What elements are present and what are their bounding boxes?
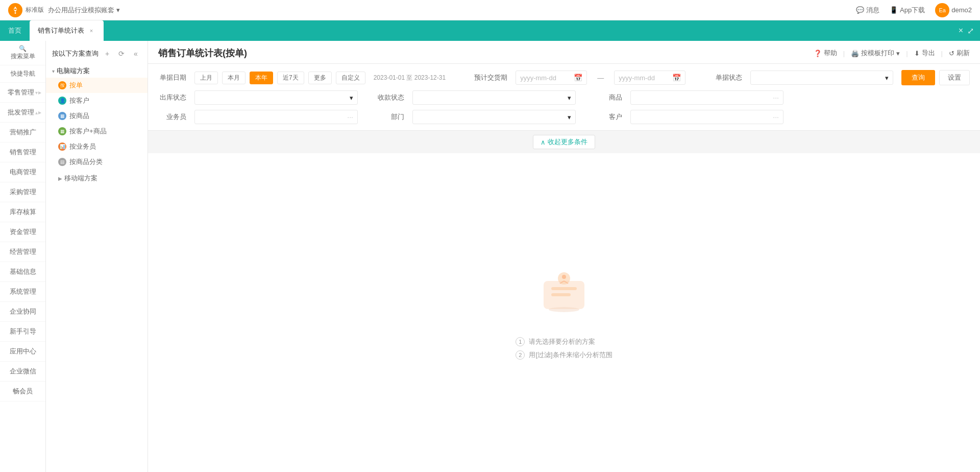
sidebar-item-purchase[interactable]: 采购管理 [0, 182, 45, 202]
refresh-scheme-button[interactable]: ⟳ [116, 48, 127, 59]
scheme-group-label: 电脑端方案 [57, 66, 90, 76]
sidebar-item-guide[interactable]: 新手引导 [0, 322, 45, 342]
scheme-item-customer-goods-icon: ▦ [58, 127, 66, 135]
date-btn-custom[interactable]: 自定义 [336, 72, 365, 84]
topbar-right: 💬 消息 📱 App下载 Ea demo2 [856, 3, 972, 17]
sidebar-item-app[interactable]: 应用中心 [0, 342, 45, 362]
status-select[interactable]: ▾ [750, 70, 893, 85]
sidebar-item-system[interactable]: 系统管理 [0, 282, 45, 302]
scheme-group-desktop: ▾ 电脑端方案 按 按单 👤 按客户 ▦ 按商品 ▦ 按客户+商品 [46, 64, 148, 170]
department-select[interactable]: ▾ [412, 110, 576, 124]
print-button[interactable]: 🖨️ 按模板打印 ▾ [851, 49, 900, 58]
sidebar-item-retail[interactable]: 零售管理 ▾ [0, 83, 45, 103]
collapse-bar: ∧ 收起更多条件 [148, 131, 980, 153]
tabbar: 首页 销售订单统计表 × × ⤢ [0, 20, 980, 41]
business-select[interactable]: ··· [194, 110, 358, 124]
out-status-label: 出库状态 [158, 93, 186, 102]
date-btn-this-year[interactable]: 本年 [250, 72, 273, 84]
goods-select[interactable]: ··· [630, 90, 783, 105]
out-status-select[interactable]: ▾ [194, 90, 358, 105]
date-btn-7days[interactable]: 近7天 [277, 72, 304, 84]
empty-step-2: 2 用[过滤]条件来缩小分析范围 [516, 350, 612, 360]
scheme-item-by-order[interactable]: 按 按单 [46, 78, 148, 93]
department-arrow-icon: ▾ [568, 113, 571, 121]
date-range-text: 2023-01-01 至 2023-12-31 [374, 74, 446, 82]
page-actions: ❓ 帮助 | 🖨️ 按模板打印 ▾ | ⬇ 导出 | [814, 49, 970, 58]
message-label: 消息 [866, 6, 879, 15]
help-button[interactable]: ❓ 帮助 [814, 49, 837, 58]
print-arrow-icon: ▾ [896, 50, 900, 57]
query-button[interactable]: 查询 [901, 70, 935, 85]
empty-icon [533, 266, 595, 327]
sidebar-item-inventory[interactable]: 库存核算 [0, 202, 45, 222]
sidebar-item-enterprise[interactable]: 企业协同 [0, 302, 45, 322]
export-button[interactable]: ⬇ 导出 [914, 49, 935, 58]
expected-date-start[interactable]: yyyy-mm-dd 📅 [516, 70, 587, 85]
search-label: 搜索菜单 [0, 52, 45, 61]
sidebar-item-wholesale[interactable]: 批发管理 ▴ [0, 103, 45, 123]
scheme-item-customer-goods-label: 按客户+商品 [69, 127, 107, 136]
sidebar-item-quick-nav[interactable]: 快捷导航 [0, 65, 45, 83]
tab-home[interactable]: 首页 [0, 20, 30, 41]
tab-close-icon[interactable]: × [87, 27, 95, 35]
status-arrow-icon: ▾ [885, 74, 889, 82]
collapse-panel-button[interactable]: « [130, 48, 141, 59]
scheme-item-by-customer[interactable]: 👤 按客户 [46, 93, 148, 108]
sidebar-item-ecommerce[interactable]: 电商管理 [0, 162, 45, 182]
message-button[interactable]: 💬 消息 [856, 6, 879, 15]
scheme-item-by-goods[interactable]: ▦ 按商品 [46, 108, 148, 124]
maximize-button[interactable]: ⤢ [967, 26, 974, 36]
app-download-button[interactable]: 📱 App下载 [890, 6, 925, 15]
close-all-button[interactable]: × [959, 26, 963, 35]
mobile-group-label: 移动端方案 [64, 174, 97, 183]
expected-date-label: 预计交货期 [474, 73, 507, 82]
sidebar-item-sales[interactable]: 销售管理 [0, 143, 45, 162]
date-btn-this-month[interactable]: 本月 [222, 72, 246, 84]
sidebar-item-basic-info[interactable]: 基础信息 [0, 262, 45, 282]
scheme-item-by-customer-goods[interactable]: ▦ 按客户+商品 [46, 124, 148, 139]
company-selector[interactable]: 办公用品行业模拟账套 ▾ [48, 6, 120, 15]
customer-select[interactable]: ··· [630, 110, 783, 124]
tab-sales-order[interactable]: 销售订单统计表 × [30, 20, 104, 41]
sidebar-item-finance[interactable]: 资金管理 [0, 222, 45, 242]
sidebar-item-search[interactable]: 🔍 搜索菜单 [0, 41, 45, 65]
date-label: 单据日期 [158, 73, 186, 82]
sidebar-item-member[interactable]: 畅会员 [0, 382, 45, 402]
settings-button[interactable]: 设置 [939, 70, 970, 85]
scheme-item-by-staff[interactable]: 📊 按业务员 [46, 139, 148, 154]
sidebar-item-wechat[interactable]: 企业微信 [0, 362, 45, 382]
sidebar-item-management[interactable]: 经营管理 [0, 242, 45, 262]
scheme-group-mobile: ▶ 移动端方案 [46, 170, 148, 187]
export-label: 导出 [922, 49, 935, 58]
app-download-label: App下载 [900, 6, 925, 15]
user-profile[interactable]: Ea demo2 [935, 3, 972, 17]
add-scheme-button[interactable]: + [102, 48, 113, 59]
page-header: 销售订单统计表(按单) ❓ 帮助 | 🖨️ 按模板打印 ▾ | ⬇ [148, 41, 980, 64]
scheme-item-by-category[interactable]: ▤ 按商品分类 [46, 154, 148, 170]
topbar: 标准版 办公用品行业模拟账套 ▾ 💬 消息 📱 App下载 Ea demo2 [0, 0, 980, 20]
refresh-button[interactable]: ↺ 刷新 [949, 49, 970, 58]
business-more-icon: ··· [347, 113, 353, 121]
date-btn-more[interactable]: 更多 [308, 72, 332, 84]
step-2-text: 用[过滤]条件来缩小分析范围 [529, 350, 612, 360]
scheme-panel-title: 按以下方案查询 [52, 49, 99, 58]
collect-status-select[interactable]: ▾ [412, 90, 576, 105]
refresh-icon: ↺ [949, 50, 954, 57]
collapse-conditions-button[interactable]: ∧ 收起更多条件 [533, 135, 595, 149]
sidebar-item-marketing[interactable]: 营销推广 [0, 123, 45, 143]
step-1-num: 1 [516, 337, 525, 346]
sidebar: 🔍 搜索菜单 快捷导航 零售管理 ▾ 批发管理 ▴ 营销推广 销售管理 电商管理 [0, 41, 46, 472]
tab-home-label: 首页 [8, 26, 21, 35]
svg-rect-2 [551, 293, 571, 296]
date-btn-last-month[interactable]: 上月 [194, 72, 218, 84]
scheme-group-desktop-header[interactable]: ▾ 电脑端方案 [46, 64, 148, 78]
print-label: 按模板打印 [861, 49, 894, 58]
scheme-item-goods-icon: ▦ [58, 112, 66, 120]
calendar-start-icon: 📅 [574, 74, 582, 82]
scheme-group-mobile-header[interactable]: ▶ 移动端方案 [54, 172, 139, 185]
scheme-item-staff-icon: 📊 [58, 143, 66, 151]
svg-rect-1 [551, 287, 577, 290]
company-name: 办公用品行业模拟账套 [48, 6, 114, 15]
expected-date-end[interactable]: yyyy-mm-dd 📅 [614, 70, 685, 85]
right-panel: 销售订单统计表(按单) ❓ 帮助 | 🖨️ 按模板打印 ▾ | ⬇ [148, 41, 980, 472]
